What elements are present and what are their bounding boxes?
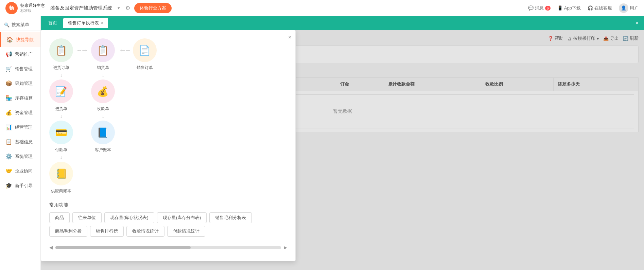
arrow-connector-1: - - → (77, 38, 87, 55)
sidebar-item-marketing[interactable]: 📢 营销推广 (0, 47, 40, 61)
func-btn-6[interactable]: 销售排行榜 (90, 226, 124, 237)
receipt-circle[interactable]: 💰 (91, 79, 115, 103)
avatar: 👤 (619, 3, 628, 13)
flow-item-sales-bill[interactable]: 📋 销货单 (91, 38, 115, 71)
message-btn[interactable]: 💬 消息 6 (528, 5, 551, 11)
flow-item-purchase-bill[interactable]: 📝 进货单 (49, 79, 73, 112)
sidebar: 🔍 搜索菜单 🏠 快捷导航 📢 营销推广 🛒 销售管理 📦 采购管理 🏪 库存核… (0, 16, 41, 270)
sidebar-item-inventory[interactable]: 🏪 库存核算 (0, 91, 40, 105)
flow-item-customer-ledger[interactable]: 📘 客户账本 (91, 121, 115, 153)
flow-item-sales-order[interactable]: 📄 销售订单 (133, 38, 157, 71)
service-icon: 🎧 (588, 5, 593, 11)
func-btn-4[interactable]: 销售毛利分析表 (209, 212, 252, 223)
func-buttons: 商品往来单位现存量(库存状况表)现存量(库存分布表)销售毛利分析表商品毛利分析销… (49, 212, 287, 237)
scroll-right-icon[interactable]: ▶ (284, 245, 287, 250)
flow-diagram: 📋 进货订单 ↓ 📝 进货单 ↓ 💳 付款单 ↓ (49, 38, 287, 194)
sidebar-item-finance[interactable]: 💰 资金管理 (0, 105, 40, 120)
user-avatar-btn[interactable]: 👤 用户 (619, 3, 639, 13)
tab-close-icon[interactable]: × (101, 21, 103, 25)
func-btn-3[interactable]: 现存量(库存分布表) (157, 212, 207, 223)
content-area: 首页 销售订单执行表 × × ❓ 帮助 🖨 按模板打印 ▾ (41, 16, 644, 270)
flow-item-receipt[interactable]: 💰 收款单 (91, 79, 115, 112)
basic-info-icon: 📋 (5, 139, 12, 145)
purchase-icon: 📦 (5, 80, 12, 87)
top-bar: 畅 畅康通好生意 标准版 装备及固定资产辅助管理系统 ▾ ⚙ 体验行业方案 💬 … (0, 0, 644, 16)
purchase-bill-circle[interactable]: 📝 (49, 79, 73, 103)
message-icon: 💬 (528, 5, 534, 11)
arrow-connector-2: ← - - (119, 38, 129, 55)
sales-order-circle[interactable]: 📄 (133, 38, 157, 62)
arrow-down-icon-3: ↓ (60, 154, 63, 160)
flow-item-purchase-order[interactable]: 📋 进货订单 (49, 38, 73, 71)
sidebar-item-basic-info[interactable]: 📋 基础信息 (0, 134, 40, 149)
sidebar-item-purchase[interactable]: 📦 采购管理 (0, 76, 40, 91)
arrow-down-icon-5: ↓ (102, 113, 104, 119)
func-btn-1[interactable]: 往来单位 (72, 212, 102, 223)
enterprise-icon: 🤝 (5, 168, 12, 174)
tab-home[interactable]: 首页 (43, 18, 62, 28)
message-badge: 6 (545, 6, 551, 11)
system-title: 装备及固定资产辅助管理系统 (50, 5, 112, 11)
online-service-btn[interactable]: 🎧 在线客服 (588, 5, 612, 11)
sidebar-item-system[interactable]: ⚙️ 系统管理 (0, 149, 40, 164)
close-all-tabs-btn[interactable]: × (633, 20, 641, 26)
scroll-track[interactable] (55, 246, 281, 249)
experience-btn[interactable]: 体验行业方案 (134, 3, 172, 13)
arrow-down-icon-4: ↓ (102, 72, 104, 78)
sales-icon: 🛒 (5, 66, 12, 72)
func-btn-0[interactable]: 商品 (49, 212, 70, 223)
arrow-down-icon-2: ↓ (60, 113, 63, 119)
sidebar-item-quick-nav[interactable]: 🏠 快捷导航 (0, 32, 40, 47)
operations-icon: 📊 (5, 124, 12, 130)
top-right: 💬 消息 6 📱 App下载 🎧 在线客服 👤 用户 (528, 3, 639, 13)
guide-icon: 🎓 (5, 182, 12, 189)
func-btn-8[interactable]: 付款情况统计 (167, 226, 205, 237)
func-btn-5[interactable]: 商品毛利分析 (49, 226, 87, 237)
sidebar-item-operations[interactable]: 📊 经营管理 (0, 120, 40, 134)
quick-nav-panel: × 📋 进货订单 ↓ 📝 进货单 ↓ (41, 30, 296, 261)
inventory-icon: 🏪 (5, 95, 12, 101)
home-icon: 🏠 (6, 36, 13, 43)
arrow-down-icon: ↓ (60, 72, 63, 78)
scroll-left-icon[interactable]: ◀ (49, 245, 53, 250)
tab-bar: 首页 销售订单执行表 × × (41, 16, 644, 30)
common-functions: 常用功能 商品往来单位现存量(库存状况表)现存量(库存分布表)销售毛利分析表商品… (49, 202, 287, 237)
supplier-ledger-circle[interactable]: 📒 (49, 162, 73, 185)
sales-bill-circle[interactable]: 📋 (91, 38, 115, 62)
func-btn-2[interactable]: 现存量(库存状况表) (104, 212, 154, 223)
flow-col-left: 📋 进货订单 ↓ 📝 进货单 ↓ 💳 付款单 ↓ (49, 38, 73, 194)
gear-icon[interactable]: ⚙ (125, 5, 130, 11)
tab-sales-order[interactable]: 销售订单执行表 × (63, 18, 108, 28)
sidebar-item-guide[interactable]: 🎓 新手引导 (0, 178, 40, 193)
flow-col-right: 📋 销货单 ↓ 💰 收款单 ↓ 📘 客户账本 (91, 38, 115, 153)
marketing-icon: 📢 (5, 51, 12, 57)
close-panel-btn[interactable]: × (288, 34, 291, 40)
payment-circle[interactable]: 💳 (49, 121, 73, 144)
func-btn-7[interactable]: 收款情况统计 (126, 226, 164, 237)
page-content: ❓ 帮助 🖨 按模板打印 ▾ 📤 导出 🔄 刷新 (41, 30, 644, 270)
logo-icon: 畅 (5, 2, 18, 14)
main-layout: 🔍 搜索菜单 🏠 快捷导航 📢 营销推广 🛒 销售管理 📦 采购管理 🏪 库存核… (0, 16, 644, 270)
logo-area: 畅 畅康通好生意 标准版 (5, 2, 46, 14)
common-functions-title: 常用功能 (49, 202, 287, 208)
flow-item-payment[interactable]: 💳 付款单 (49, 121, 73, 153)
flow-item-supplier-ledger[interactable]: 📒 供应商账本 (49, 162, 73, 194)
customer-ledger-circle[interactable]: 📘 (91, 121, 115, 144)
search-icon: 🔍 (4, 22, 10, 28)
scroll-bar-area: ◀ ▶ (49, 242, 287, 253)
app-icon: 📱 (557, 5, 563, 11)
logo-text: 畅康通好生意 标准版 (20, 3, 45, 13)
sidebar-item-enterprise[interactable]: 🤝 企业协同 (0, 164, 40, 178)
finance-icon: 💰 (5, 109, 12, 116)
app-download-btn[interactable]: 📱 App下载 (557, 5, 581, 11)
title-arrow-icon: ▾ (118, 5, 120, 11)
flow-col-sales-order: 📄 销售订单 (133, 38, 157, 71)
system-icon: ⚙️ (5, 153, 12, 160)
sidebar-item-sales[interactable]: 🛒 销售管理 (0, 61, 40, 76)
purchase-order-circle[interactable]: 📋 (49, 38, 73, 62)
scroll-thumb (55, 246, 191, 249)
sidebar-search[interactable]: 🔍 搜索菜单 (0, 19, 40, 31)
